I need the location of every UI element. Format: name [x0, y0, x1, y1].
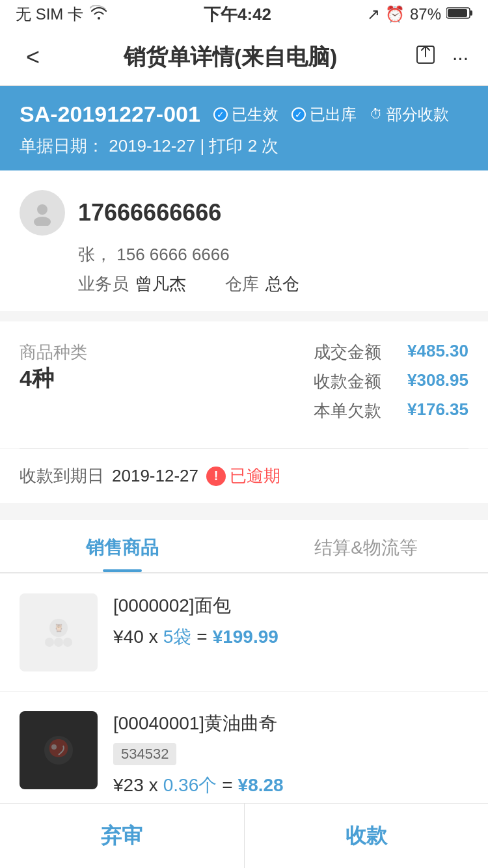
- price-qty-2: 0.36个: [163, 773, 217, 798]
- product-thumb-2: [20, 711, 98, 789]
- customer-name-phone: 张， 156 6666 6666: [20, 243, 468, 266]
- order-date: 2019-12-27: [109, 136, 195, 156]
- avatar: [20, 190, 65, 236]
- location-icon: ↗: [367, 5, 380, 23]
- sales-label: 业务员: [78, 273, 129, 295]
- date-label: 单据日期：: [20, 136, 104, 156]
- tab-settlement-label: 结算&物流等: [314, 537, 418, 558]
- overdue-alert-icon: !: [206, 467, 226, 486]
- equals-2: =: [222, 775, 232, 796]
- reject-button[interactable]: 弃审: [0, 804, 245, 868]
- summary-row: 商品种类 4种 成交金额 ¥485.30 收款金额 ¥308.95 本单欠款 ¥…: [20, 341, 468, 429]
- tab-settlement[interactable]: 结算&物流等: [244, 520, 488, 572]
- more-button[interactable]: ···: [452, 46, 468, 68]
- print-info: | 打印 2 次: [200, 136, 278, 156]
- tabs-bar: 销售商品 结算&物流等: [0, 520, 488, 573]
- wifi-icon: [90, 5, 108, 23]
- status-right: ↗ ⏰ 87%: [367, 5, 472, 23]
- alarm-icon: ⏰: [385, 5, 405, 23]
- svg-rect-2: [448, 9, 467, 17]
- collect-button[interactable]: 收款: [245, 804, 489, 868]
- summary-section: 商品种类 4种 成交金额 ¥485.30 收款金额 ¥308.95 本单欠款 ¥…: [0, 321, 488, 448]
- equals-1: =: [197, 627, 207, 647]
- receipt-value: ¥308.95: [407, 370, 468, 393]
- price-total-2: ¥8.28: [238, 775, 284, 796]
- svg-point-12: [51, 744, 57, 750]
- status-active: ✓ 已生效: [213, 104, 278, 125]
- svg-point-4: [37, 204, 47, 215]
- product-name-2: [00040001]黄油曲奇: [113, 711, 468, 736]
- customer-main-row: 17666666666: [20, 190, 468, 236]
- amount-info: 成交金额 ¥485.30 收款金额 ¥308.95 本单欠款 ¥176.35: [314, 341, 468, 429]
- customer-meta: 业务员 曾凡杰 仓库 总仓: [20, 273, 468, 295]
- svg-text:🦉: 🦉: [54, 623, 64, 632]
- price-base-2: ¥23: [113, 775, 144, 796]
- customer-section: 17666666666 张， 156 6666 6666 业务员 曾凡杰 仓库 …: [0, 170, 488, 311]
- order-header-banner: SA-20191227-001 ✓ 已生效 ✓ 已出库 ⏱ 部分收款 单据日期：…: [0, 86, 488, 170]
- product-type-info: 商品种类 4种: [20, 341, 87, 394]
- warehouse-name: 总仓: [265, 273, 299, 295]
- overdue-label: 收款到期日: [20, 465, 104, 487]
- battery-text: 87%: [410, 5, 441, 23]
- product-thumb-1: 🦉: [20, 593, 98, 671]
- check-shipped-icon: ✓: [291, 107, 306, 122]
- multiply-1: x: [149, 627, 158, 647]
- sales-name: 曾凡杰: [135, 273, 186, 295]
- type-value: 4种: [20, 364, 87, 394]
- product-info-1: [0000002]面包 ¥40 x 5袋 = ¥199.99: [113, 593, 468, 649]
- product-item-2: [00040001]黄油曲奇 534532 ¥23 x 0.36个 = ¥8.2…: [0, 692, 488, 818]
- tab-sales-products[interactable]: 销售商品: [0, 520, 244, 572]
- status-time: 下午4:42: [204, 3, 271, 26]
- svg-point-8: [54, 638, 63, 647]
- product-sku-2: 534532: [113, 743, 176, 765]
- overdue-section: 收款到期日 2019-12-27 ! 已逾期: [0, 449, 488, 503]
- type-label: 商品种类: [20, 341, 87, 364]
- debt-row: 本单欠款 ¥176.35: [314, 400, 468, 422]
- customer-name: 张: [78, 245, 95, 264]
- status-partial: ⏱ 部分收款: [370, 104, 449, 125]
- multiply-2: x: [149, 775, 158, 796]
- divider-2: [0, 503, 488, 513]
- nav-actions: ···: [414, 44, 468, 70]
- status-left: 无 SIM 卡: [16, 4, 108, 25]
- warehouse-info: 仓库 总仓: [225, 273, 299, 295]
- overdue-text: 已逾期: [230, 465, 280, 487]
- price-qty-1: 5袋: [163, 625, 192, 649]
- svg-point-9: [63, 638, 72, 647]
- warehouse-label: 仓库: [225, 273, 259, 295]
- page-title: 销货单详情(来自电脑): [124, 42, 338, 72]
- receipt-row: 收款金额 ¥308.95: [314, 370, 468, 393]
- battery-icon: [446, 5, 472, 23]
- price-total-1: ¥199.99: [213, 627, 278, 647]
- tabs-section: 销售商品 结算&物流等 🦉 [0000002]面包 ¥40: [0, 513, 488, 818]
- overdue-badge: ! 已逾期: [206, 465, 280, 487]
- customer-alt-phone: 156 6666 6666: [116, 245, 230, 264]
- collect-label: 收款: [346, 822, 387, 850]
- check-active-icon: ✓: [213, 107, 228, 122]
- order-number: SA-20191227-001: [20, 102, 200, 127]
- bottom-bar: 弃审 收款: [0, 803, 488, 868]
- amount-value: ¥485.30: [407, 341, 468, 364]
- svg-rect-1: [470, 10, 472, 16]
- product-name-1: [0000002]面包: [113, 593, 468, 618]
- product-price-2: ¥23 x 0.36个 = ¥8.28: [113, 773, 468, 798]
- back-button[interactable]: <: [20, 37, 46, 77]
- tab-sales-label: 销售商品: [86, 537, 159, 558]
- price-base-1: ¥40: [113, 627, 144, 647]
- debt-value: ¥176.35: [407, 400, 468, 422]
- reject-label: 弃审: [101, 822, 142, 850]
- order-status-row: SA-20191227-001 ✓ 已生效 ✓ 已出库 ⏱ 部分收款: [20, 102, 468, 127]
- status-bar: 无 SIM 卡 下午4:42 ↗ ⏰ 87%: [0, 0, 488, 29]
- customer-phone-display: 17666666666: [78, 199, 221, 226]
- clock-icon: ⏱: [370, 107, 383, 122]
- amount-row: 成交金额 ¥485.30: [314, 341, 468, 364]
- overdue-date: 2019-12-27: [112, 466, 198, 486]
- product-item-1: 🦉 [0000002]面包 ¥40 x 5袋 = ¥199.99: [0, 574, 488, 692]
- receipt-label: 收款金额: [314, 370, 381, 393]
- share-button[interactable]: [414, 44, 437, 70]
- debt-label: 本单欠款: [314, 400, 381, 422]
- order-date-row: 单据日期： 2019-12-27 | 打印 2 次: [20, 135, 468, 157]
- status-shipped: ✓ 已出库: [291, 104, 357, 125]
- carrier-text: 无 SIM 卡: [16, 4, 83, 25]
- nav-bar: < 销货单详情(来自电脑) ···: [0, 29, 488, 86]
